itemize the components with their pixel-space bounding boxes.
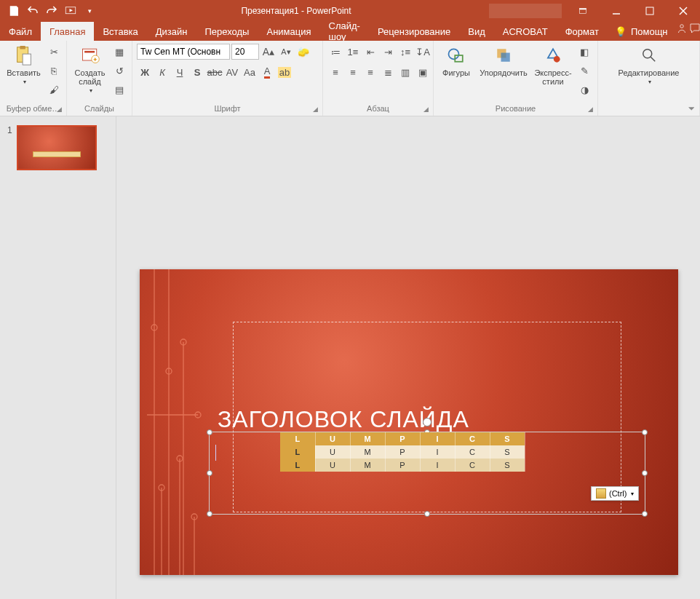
close-icon[interactable] (667, 0, 700, 22)
columns-icon[interactable]: ▥ (397, 64, 413, 80)
paragraph-launcher-icon[interactable]: ◢ (423, 106, 429, 113)
collapse-ribbon-icon[interactable]: ⏷ (688, 104, 696, 113)
comments-icon[interactable] (688, 22, 700, 41)
shapes-button[interactable]: Фигуры (438, 44, 474, 77)
qat-more-icon[interactable]: ▾ (83, 4, 96, 17)
quick-styles-button[interactable]: Экспресс- стили (533, 44, 573, 86)
tab-transitions[interactable]: Переходы (196, 22, 258, 41)
font-launcher-icon[interactable]: ◢ (313, 106, 318, 113)
resize-handle[interactable] (642, 511, 648, 517)
tab-slideshow[interactable]: Слайд-шоу (320, 22, 369, 41)
clipboard-launcher-icon[interactable]: ◢ (57, 106, 62, 113)
numbering-icon[interactable]: 1≡ (345, 44, 361, 60)
reset-icon[interactable]: ↺ (111, 63, 127, 79)
change-case-icon[interactable]: Aa (242, 64, 258, 80)
tab-animation[interactable]: Анимация (258, 22, 319, 41)
highlight-icon[interactable]: ab (277, 64, 293, 80)
slide-canvas[interactable]: ЗАГОЛОВОК СЛАЙДА L U M P (140, 269, 678, 575)
font-name-input[interactable] (137, 44, 230, 60)
maximize-icon[interactable] (633, 0, 667, 22)
resize-handle[interactable] (207, 511, 212, 517)
align-center-icon[interactable]: ≡ (345, 64, 361, 80)
format-painter-icon[interactable]: 🖌 (46, 82, 62, 98)
shadow-icon[interactable]: S (189, 64, 205, 80)
tab-view[interactable]: Вид (459, 22, 494, 41)
ribbon-display-icon[interactable] (566, 0, 600, 22)
decrease-indent-icon[interactable]: ⇤ (362, 44, 378, 60)
resize-handle[interactable] (642, 470, 648, 476)
chevron-down-icon: ▾ (648, 79, 651, 85)
resize-handle[interactable] (207, 429, 212, 435)
text-cursor (215, 445, 216, 461)
resize-handle[interactable] (207, 470, 212, 476)
font-color-icon[interactable]: A (259, 64, 275, 80)
smartart-icon[interactable]: ▣ (415, 64, 431, 80)
text-direction-icon[interactable]: ↧A (415, 44, 431, 60)
align-right-icon[interactable]: ≡ (362, 64, 378, 80)
group-clipboard: Вставить ▾ ✂ ⎘ 🖌 Буфер обме…◢ (0, 41, 67, 116)
clear-formatting-icon[interactable]: 🧽 (295, 44, 311, 60)
section-icon[interactable]: ▤ (111, 82, 127, 98)
tab-format[interactable]: Формат (557, 22, 608, 41)
slide-thumbnail-1[interactable] (17, 125, 97, 170)
shape-outline-icon[interactable]: ✎ (576, 63, 592, 79)
group-slides-label: Слайды (84, 104, 114, 113)
redo-icon[interactable] (45, 4, 58, 17)
tab-acrobat[interactable]: ACROBAT (494, 22, 557, 41)
paste-label: Вставить (7, 68, 41, 77)
font-size-input[interactable] (231, 44, 259, 60)
cut-icon[interactable]: ✂ (46, 44, 62, 60)
workspace: 1 ЗАГОЛОВОК СЛАЙДА (0, 116, 700, 599)
rotate-handle-icon[interactable] (423, 418, 431, 427)
shape-fill-icon[interactable]: ◧ (576, 44, 592, 60)
user-badge[interactable] (489, 4, 562, 18)
tab-insert[interactable]: Вставка (94, 22, 146, 41)
decrease-font-icon[interactable]: A▾ (278, 44, 294, 60)
increase-font-icon[interactable]: A▴ (260, 44, 277, 60)
italic-icon[interactable]: К (154, 64, 170, 80)
pasted-table[interactable]: L U M P I C S L U M P I C S (280, 432, 525, 472)
increase-indent-icon[interactable]: ⇥ (380, 44, 396, 60)
slide-thumbnails: 1 (0, 116, 116, 599)
underline-icon[interactable]: Ч (172, 64, 188, 80)
lightbulb-icon: 💡 (615, 26, 627, 37)
copy-icon[interactable]: ⎘ (46, 63, 62, 79)
save-icon[interactable] (7, 4, 20, 17)
clipboard-icon (596, 488, 606, 499)
shape-effects-icon[interactable]: ◑ (576, 82, 592, 98)
tab-home[interactable]: Главная (41, 22, 94, 41)
line-spacing-icon[interactable]: ↕≡ (397, 44, 413, 60)
bold-icon[interactable]: Ж (137, 64, 153, 80)
character-spacing-icon[interactable]: AV (224, 64, 240, 80)
minimize-icon[interactable] (600, 0, 633, 22)
table-row: L U M P I C S (280, 459, 525, 472)
paste-button[interactable]: Вставить ▾ (4, 44, 43, 85)
slide-editor[interactable]: ЗАГОЛОВОК СЛАЙДА L U M P (116, 116, 700, 599)
start-from-beginning-icon[interactable] (64, 4, 77, 17)
new-slide-icon: ✦ (79, 44, 102, 67)
editing-button[interactable]: Редактирование ▾ (616, 44, 682, 85)
group-drawing-label: Рисование (496, 104, 536, 113)
tell-me[interactable]: 💡 Помощн (608, 22, 675, 41)
layout-icon[interactable]: ▦ (111, 44, 127, 60)
resize-handle[interactable] (642, 429, 648, 435)
bullets-icon[interactable]: ≔ (327, 44, 343, 60)
new-slide-button[interactable]: ✦ Создать слайд ▾ (71, 44, 108, 94)
arrange-button[interactable]: Упорядочить (477, 44, 530, 77)
tab-design[interactable]: Дизайн (147, 22, 196, 41)
align-left-icon[interactable]: ≡ (327, 64, 343, 80)
slide-title[interactable]: ЗАГОЛОВОК СЛАЙДА (218, 406, 469, 433)
drawing-launcher-icon[interactable]: ◢ (588, 106, 593, 113)
strikethrough-icon[interactable]: abc (207, 64, 223, 80)
table-row: L U M P I C S (280, 445, 525, 459)
tab-review[interactable]: Рецензирование (369, 22, 459, 41)
tab-file[interactable]: Файл (0, 22, 41, 41)
share-icon[interactable] (675, 22, 688, 41)
undo-icon[interactable] (26, 4, 39, 17)
group-paragraph: ≔ 1≡ ⇤ ⇥ ↕≡ ↧A ≡ ≡ ≡ ≣ ▥ ▣ Абзац◢ (323, 41, 434, 116)
resize-handle[interactable] (424, 511, 430, 517)
paste-options-button[interactable]: (Ctrl) ▾ (591, 486, 639, 501)
svg-rect-9 (20, 46, 25, 49)
thumb-table-icon (33, 151, 81, 157)
justify-icon[interactable]: ≣ (380, 64, 396, 80)
